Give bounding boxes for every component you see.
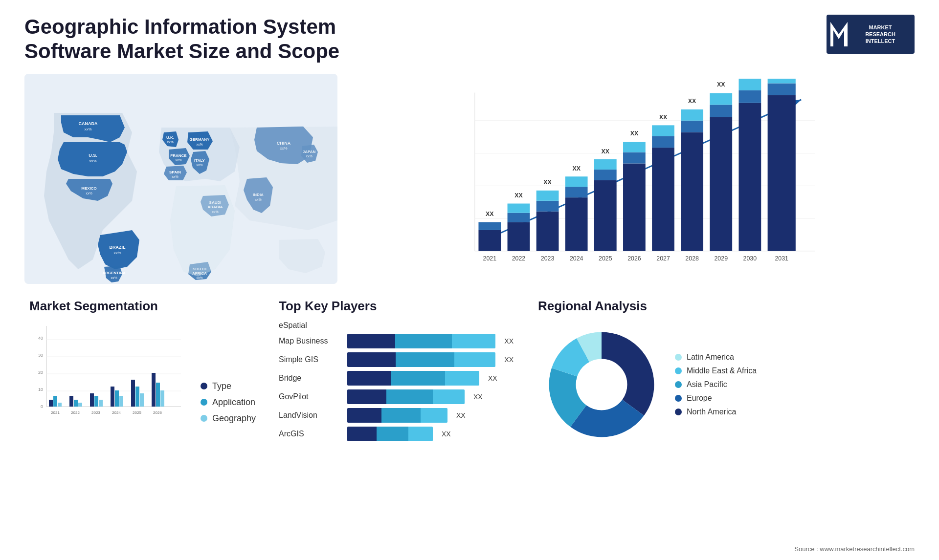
svg-rect-65 bbox=[652, 148, 674, 251]
segmentation-title: Market Segmentation bbox=[29, 299, 254, 314]
donut-chart bbox=[538, 321, 665, 448]
type-dot bbox=[201, 383, 207, 389]
map-section: CANADA xx% U.S. xx% MEXICO xx% BRAZIL xx… bbox=[24, 74, 337, 284]
svg-rect-116 bbox=[90, 393, 94, 407]
svg-rect-124 bbox=[131, 380, 135, 407]
player-label: XX bbox=[504, 356, 514, 364]
svg-rect-46 bbox=[508, 213, 530, 222]
svg-rect-79 bbox=[738, 79, 761, 90]
player-name: Simple GIS bbox=[279, 355, 342, 364]
svg-text:xx%: xx% bbox=[89, 159, 96, 163]
player-mapbusiness: Map Business XX bbox=[279, 334, 514, 348]
svg-text:xx%: xx% bbox=[86, 192, 92, 195]
svg-rect-53 bbox=[565, 197, 588, 251]
europe-dot bbox=[675, 395, 682, 402]
svg-text:xx%: xx% bbox=[84, 127, 91, 131]
svg-rect-122 bbox=[119, 396, 123, 407]
svg-rect-126 bbox=[140, 393, 144, 407]
segmentation-section: Market Segmentation 0 10 20 30 40 bbox=[24, 294, 259, 450]
regional-legend: Latin America Middle East & Africa Asia … bbox=[675, 353, 757, 416]
geography-label: Geography bbox=[212, 413, 256, 424]
svg-text:XX: XX bbox=[630, 130, 639, 137]
svg-text:xx%: xx% bbox=[196, 143, 202, 146]
svg-text:2026: 2026 bbox=[153, 410, 162, 415]
svg-rect-112 bbox=[69, 396, 73, 407]
header: Geographic Information System Software M… bbox=[24, 15, 915, 64]
regional-content: Latin America Middle East & Africa Asia … bbox=[538, 321, 910, 448]
svg-rect-81 bbox=[768, 95, 796, 251]
svg-text:20: 20 bbox=[38, 370, 43, 375]
svg-text:0: 0 bbox=[41, 404, 43, 409]
geography-dot bbox=[201, 415, 207, 422]
svg-rect-66 bbox=[652, 136, 674, 148]
europe-label: Europe bbox=[687, 394, 712, 403]
svg-text:XX: XX bbox=[659, 114, 668, 121]
svg-rect-117 bbox=[94, 396, 98, 407]
svg-text:xx%: xx% bbox=[196, 276, 202, 280]
svg-text:2029: 2029 bbox=[714, 255, 728, 262]
svg-rect-82 bbox=[768, 83, 796, 95]
player-name: GovPilot bbox=[279, 392, 342, 401]
svg-text:SPAIN: SPAIN bbox=[169, 170, 181, 174]
player-name: LandVision bbox=[279, 411, 342, 420]
legend-asia-pacific: Asia Pacific bbox=[675, 380, 757, 389]
svg-rect-118 bbox=[99, 400, 103, 407]
svg-rect-130 bbox=[160, 390, 164, 407]
svg-text:xx%: xx% bbox=[172, 175, 178, 178]
svg-rect-47 bbox=[508, 203, 530, 213]
svg-rect-59 bbox=[594, 159, 617, 170]
svg-text:2030: 2030 bbox=[743, 255, 757, 262]
legend-application: Application bbox=[201, 397, 256, 408]
svg-text:XX: XX bbox=[688, 97, 696, 104]
svg-text:10: 10 bbox=[38, 387, 43, 392]
player-label: XX bbox=[504, 337, 514, 345]
legend-type: Type bbox=[201, 381, 256, 391]
svg-text:MEXICO: MEXICO bbox=[81, 186, 97, 191]
svg-text:U.K.: U.K. bbox=[166, 135, 174, 140]
svg-text:40: 40 bbox=[38, 336, 43, 341]
svg-rect-114 bbox=[78, 403, 82, 407]
svg-text:ARGENTINA: ARGENTINA bbox=[102, 271, 126, 275]
latin-america-label: Latin America bbox=[687, 353, 734, 362]
svg-text:xx%: xx% bbox=[111, 276, 117, 280]
svg-rect-69 bbox=[681, 132, 703, 251]
type-label: Type bbox=[212, 381, 231, 391]
asia-pacific-dot bbox=[675, 381, 682, 388]
logo-text: MARKET RESEARCH INTELLECT bbox=[846, 24, 895, 45]
svg-rect-71 bbox=[681, 109, 703, 121]
player-label: XX bbox=[473, 393, 483, 401]
north-america-label: North America bbox=[687, 408, 736, 416]
svg-rect-121 bbox=[115, 390, 119, 407]
world-map: CANADA xx% U.S. xx% MEXICO xx% BRAZIL xx… bbox=[24, 74, 337, 284]
chart-section: XX XX XX XX XX bbox=[352, 74, 915, 284]
application-dot bbox=[201, 399, 207, 406]
player-label: XX bbox=[456, 411, 466, 419]
svg-text:ITALY: ITALY bbox=[194, 158, 205, 163]
player-name: Bridge bbox=[279, 374, 342, 383]
svg-rect-67 bbox=[652, 125, 674, 136]
svg-rect-50 bbox=[537, 201, 559, 212]
svg-text:2021: 2021 bbox=[51, 410, 60, 415]
players-section: Top Key Players eSpatial Map Business XX… bbox=[274, 294, 518, 450]
page-container: Geographic Information System Software M… bbox=[0, 0, 939, 560]
svg-rect-73 bbox=[710, 117, 732, 251]
svg-rect-62 bbox=[623, 152, 646, 163]
svg-rect-43 bbox=[478, 222, 501, 230]
svg-text:30: 30 bbox=[38, 353, 43, 358]
logo-box: MARKET RESEARCH INTELLECT bbox=[827, 15, 915, 54]
svg-rect-75 bbox=[710, 93, 732, 105]
svg-text:2027: 2027 bbox=[656, 255, 670, 262]
svg-marker-0 bbox=[830, 22, 848, 46]
svg-text:FRANCE: FRANCE bbox=[170, 153, 187, 158]
legend-middle-east-africa: Middle East & Africa bbox=[675, 366, 757, 375]
svg-rect-63 bbox=[623, 142, 646, 152]
latin-america-dot bbox=[675, 354, 682, 361]
svg-rect-120 bbox=[111, 387, 114, 407]
svg-text:xx%: xx% bbox=[196, 163, 202, 167]
middle-east-africa-label: Middle East & Africa bbox=[687, 366, 757, 375]
player-govpilot: GovPilot XX bbox=[279, 389, 514, 404]
svg-rect-83 bbox=[768, 79, 796, 84]
svg-text:xx%: xx% bbox=[175, 158, 181, 162]
svg-text:2023: 2023 bbox=[91, 410, 100, 415]
svg-point-137 bbox=[576, 359, 627, 410]
